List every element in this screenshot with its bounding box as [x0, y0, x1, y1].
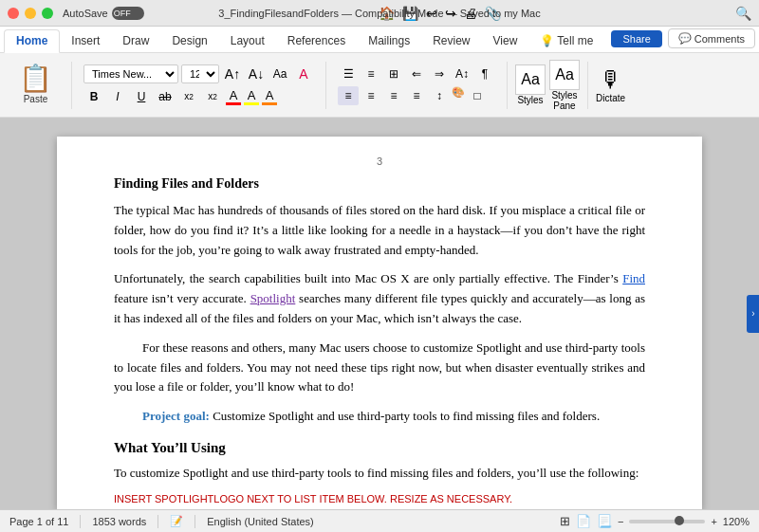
styles-pane-button[interactable]: Aa StylesPane	[549, 60, 580, 111]
document-page: 3 Finding Files and Folders The typical …	[57, 137, 702, 509]
paragraph-3: For these reasons and others, many Mac u…	[114, 339, 645, 397]
language-indicator: English (United States)	[207, 516, 314, 527]
strikethrough-button[interactable]: ab	[155, 87, 176, 106]
shading-button[interactable]: 🎨	[452, 86, 465, 105]
maximize-button[interactable]	[42, 8, 53, 19]
increase-indent-button[interactable]: ⇒	[429, 64, 450, 83]
decrease-font-button[interactable]: A↓	[246, 64, 267, 83]
zoom-slider[interactable]	[629, 520, 705, 523]
highlight-color-button[interactable]: A	[244, 88, 259, 105]
toolbar-divider-3	[507, 62, 508, 109]
search-icon[interactable]: 🔍	[735, 6, 751, 21]
find-link[interactable]: Find	[622, 271, 645, 285]
paste-button[interactable]: 📋 Paste	[11, 62, 60, 108]
tab-insert[interactable]: Insert	[60, 30, 111, 52]
toolbar: 📋 Paste Times New... 12 A↑ A↓ Aa A B I U	[0, 53, 759, 118]
spotlight-link[interactable]: Spotlight	[250, 291, 296, 305]
tab-references[interactable]: References	[276, 30, 357, 52]
font-color-indicator	[226, 102, 241, 105]
styles-pane-icon: Aa	[549, 60, 580, 90]
sidebar-toggle[interactable]: ›	[747, 295, 759, 333]
minimize-button[interactable]	[25, 8, 36, 19]
superscript-button[interactable]: x2	[202, 87, 223, 106]
text-effects-button[interactable]: A	[293, 64, 314, 83]
font-bottom-row: B I U ab x2 x2 A A A	[83, 87, 314, 106]
zoom-controls: ⊞ 📄 📃 − + 120%	[560, 514, 750, 528]
highlight-indicator	[244, 102, 259, 105]
autosave-area: AutoSave OFF	[63, 7, 144, 20]
ribbon-tabs: Home Insert Draw Design Layout Reference…	[0, 27, 759, 53]
font-size-select[interactable]: 12	[181, 64, 219, 83]
paragraph-section: ☰ ≡ ⊞ ⇐ ⇒ A↕ ¶ ≡ ≡ ≡ ≡ ↕ 🎨 □	[334, 64, 499, 105]
track-changes-icon: 📝	[170, 515, 183, 527]
tab-review[interactable]: Review	[421, 30, 481, 52]
styles-button[interactable]: Aa Styles	[515, 64, 546, 105]
tab-draw[interactable]: Draw	[111, 30, 160, 52]
sort-button[interactable]: A↕	[452, 64, 472, 83]
tab-design[interactable]: Design	[160, 30, 218, 52]
project-label: Project goal:	[142, 409, 210, 423]
show-formatting-button[interactable]: ¶	[474, 64, 495, 83]
font-controls: Times New... 12 A↑ A↓ Aa A B I U ab x2 x…	[83, 64, 314, 106]
close-button[interactable]	[8, 8, 19, 19]
word-count: 1853 words	[92, 516, 146, 527]
align-center-button[interactable]: ≡	[361, 86, 381, 105]
chapter-title: Finding Files and Folders	[114, 176, 645, 192]
font-top-row: Times New... 12 A↑ A↓ Aa A	[83, 64, 314, 83]
focus-icon: ⊞	[560, 514, 570, 528]
align-right-button[interactable]: ≡	[383, 86, 404, 105]
insert-note: Insert spotlightlogo next to list item b…	[114, 493, 645, 504]
toolbar-divider-1	[71, 62, 72, 109]
view-icon-1: 📄	[576, 514, 591, 528]
page-number: 3	[114, 156, 645, 167]
autosave-toggle[interactable]: OFF	[112, 7, 144, 20]
tab-mailings[interactable]: Mailings	[357, 30, 421, 52]
paragraph-4: To customize Spotlight and use third-par…	[114, 464, 645, 484]
status-divider-3	[194, 515, 195, 528]
numbered-list-button[interactable]: ≡	[361, 64, 381, 83]
border-button[interactable]: □	[467, 86, 488, 105]
text-shading-button[interactable]: A	[262, 88, 277, 105]
bullet-list-button[interactable]: ☰	[338, 64, 359, 83]
multilevel-list-button[interactable]: ⊞	[383, 64, 404, 83]
title-bar: AutoSave OFF 🏠 💾 ↩ ↪ 🖨 📎 3_FindingFilesa…	[0, 0, 759, 27]
font-family-select[interactable]: Times New...	[83, 64, 178, 83]
decrease-indent-button[interactable]: ⇐	[406, 64, 427, 83]
zoom-level: 120%	[723, 516, 750, 527]
line-spacing-button[interactable]: ↕	[429, 86, 450, 105]
paste-section: 📋 Paste	[8, 62, 64, 108]
status-bar: Page 1 of 11 1853 words 📝 English (Unite…	[0, 509, 759, 532]
bold-button[interactable]: B	[83, 87, 104, 106]
zoom-plus-button[interactable]: +	[711, 516, 716, 527]
font-section: Times New... 12 A↑ A↓ Aa A B I U ab x2 x…	[80, 64, 318, 106]
dictate-icon: 🎙	[600, 66, 622, 93]
autosave-off-label: OFF	[114, 9, 131, 18]
tab-tell-me[interactable]: 💡 Tell me	[528, 30, 604, 52]
dictate-section[interactable]: 🎙 Dictate	[596, 66, 625, 103]
subscript-button[interactable]: x2	[178, 87, 199, 106]
font-color-button[interactable]: A	[226, 88, 241, 105]
align-left-button[interactable]: ≡	[338, 86, 359, 105]
zoom-knob[interactable]	[675, 516, 684, 525]
italic-button[interactable]: I	[107, 87, 128, 106]
share-button[interactable]: Share	[611, 30, 661, 47]
styles-icon: Aa	[515, 64, 546, 95]
ribbon-right-actions: Share 💬 Comments	[611, 28, 755, 52]
align-justify-button[interactable]: ≡	[406, 86, 427, 105]
tab-view[interactable]: View	[482, 30, 529, 52]
comments-button[interactable]: 💬 Comments	[668, 28, 755, 48]
section-heading: What You’ll Using	[114, 440, 645, 456]
clear-format-button[interactable]: Aa	[269, 64, 290, 83]
shading-indicator	[262, 102, 277, 105]
tab-layout[interactable]: Layout	[219, 30, 276, 52]
zoom-minus-button[interactable]: −	[618, 516, 623, 527]
page-indicator: Page 1 of 11	[9, 516, 68, 527]
comment-icon: 💬	[678, 32, 692, 45]
styles-gallery: Aa Styles Aa StylesPane	[515, 60, 580, 111]
increase-font-button[interactable]: A↑	[222, 64, 243, 83]
tab-home[interactable]: Home	[4, 29, 60, 53]
toolbar-divider-4	[587, 62, 588, 109]
underline-button[interactable]: U	[131, 87, 152, 106]
status-divider-2	[157, 515, 158, 528]
paragraph-2: Unfortunately, the search capabilities b…	[114, 269, 645, 328]
